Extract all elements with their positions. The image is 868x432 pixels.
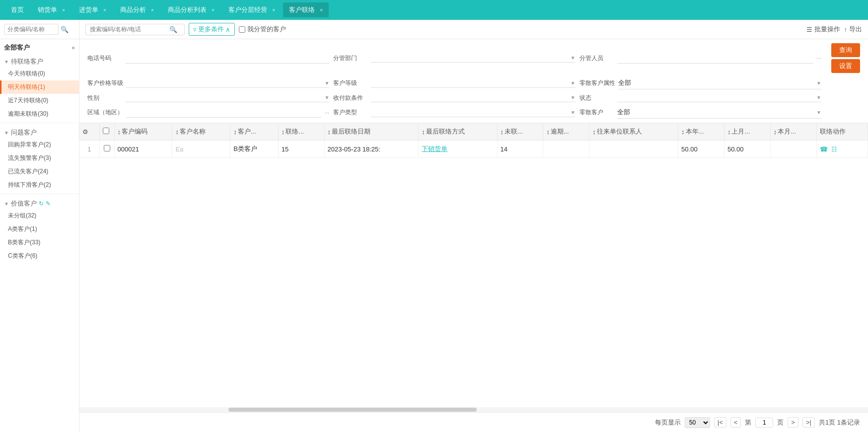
batch-ops-btn[interactable]: ☰ 批量操作 xyxy=(806,25,840,34)
refresh-icon[interactable]: ↻ xyxy=(39,200,44,207)
payment-select[interactable]: ▼ xyxy=(371,93,575,102)
sidebar-item-churned[interactable]: 已流失客户(24) xyxy=(0,165,79,178)
dept-chevron-icon: ▼ xyxy=(571,55,576,61)
customers-table: ⚙ ↕ 客户编码 ↕ xyxy=(79,123,868,158)
sidebar-item-class-c[interactable]: C类客户(6) xyxy=(0,249,79,263)
last-method-link[interactable]: 下销货单 xyxy=(422,145,447,152)
filter-payment-cell: 收付款条件 ▼ xyxy=(333,93,575,102)
close-purchase-icon[interactable]: × xyxy=(103,7,106,13)
search-input[interactable] xyxy=(90,26,169,33)
status-label: 状态 xyxy=(579,94,614,102)
sidebar-item-7day-contact[interactable]: 近7天待联络(0) xyxy=(0,94,79,107)
filter-row-4: 区域（地区） ··· 客户类型 ▼ 零散客户 全部 ▼ xyxy=(87,106,860,119)
status-chevron-icon: ▼ xyxy=(816,95,821,100)
cell-thismonth xyxy=(770,141,816,158)
filter-row-3: 性别 ▼ 收付款条件 ▼ 状态 xyxy=(87,93,860,102)
retail-attr-select[interactable]: 全部 ▼ xyxy=(618,77,821,89)
cell-unitcontact xyxy=(589,141,678,158)
my-customers-check[interactable] xyxy=(239,26,245,33)
collapse-icon[interactable]: « xyxy=(72,44,75,51)
row-checkbox[interactable] xyxy=(104,145,110,151)
close-sales-icon[interactable]: × xyxy=(62,7,65,13)
retail-customer-select[interactable]: 全部 ▼ xyxy=(617,106,821,119)
sidebar-search-icon[interactable]: 🔍 xyxy=(61,26,69,33)
first-page-btn[interactable]: |< xyxy=(714,417,726,428)
col-type-header: ↕ 客户... xyxy=(230,123,279,141)
filter-gender-cell: 性别 ▼ xyxy=(87,93,329,102)
settings-btn[interactable]: 设置 xyxy=(831,59,860,73)
more-conditions-btn[interactable]: ▿ 更多条件 ∧ xyxy=(189,23,235,36)
sidebar-item-churn-warning[interactable]: 流失预警客户(3) xyxy=(0,151,79,165)
nav-product-analysis-list[interactable]: 商品分析列表 × xyxy=(162,2,220,17)
filter-row-2: 客户价格等级 ▼ 客户等级 ▼ 零散客户属性 全部 xyxy=(87,77,860,89)
value-level-select[interactable]: ▼ xyxy=(126,79,329,88)
manager-input[interactable] xyxy=(617,53,813,64)
status-select[interactable]: ▼ xyxy=(617,93,821,102)
nav-purchase[interactable]: 进货单 × xyxy=(73,2,112,17)
close-customer-tier-icon[interactable]: × xyxy=(272,7,275,13)
pagination: 每页显示 50 100 200 |< < 第 页 > >| 共1页 1条记录 xyxy=(79,412,868,432)
table-row: 1 000021 Ea B类客户 15 2023-05-23 18:25: 下销… xyxy=(79,141,868,158)
retail-customer-chevron-icon: ▼ xyxy=(816,110,821,115)
nav-product-analysis[interactable]: 商品分析 × xyxy=(114,2,160,17)
horizontal-scrollbar[interactable] xyxy=(79,407,868,412)
current-page-input[interactable] xyxy=(755,418,773,428)
action-phone-icon[interactable]: ☎ xyxy=(820,145,828,153)
top-nav: 首页 销货单 × 进货单 × 商品分析 × 商品分析列表 × 客户分层经营 × … xyxy=(0,0,868,20)
all-customers-header[interactable]: 全部客户 « xyxy=(0,39,79,54)
sidebar-item-ungrouped[interactable]: 未分组(32) xyxy=(0,209,79,222)
export-btn[interactable]: ↑ 导出 xyxy=(844,25,863,34)
retail-customer-label: 零散客户 xyxy=(579,108,614,117)
nav-customer-contact[interactable]: 客户联络 × xyxy=(283,2,329,17)
per-page-select[interactable]: 50 100 200 xyxy=(685,417,710,428)
nav-customer-tier[interactable]: 客户分层经营 × xyxy=(222,2,281,17)
col-thisyear-header: ↕ 本年... xyxy=(678,123,724,141)
nav-sales[interactable]: 销货单 × xyxy=(32,2,71,17)
region-input[interactable] xyxy=(126,107,321,118)
search-icon[interactable]: 🔍 xyxy=(169,26,177,33)
customer-level-select[interactable]: ▼ xyxy=(371,79,575,88)
close-product-analysis-icon[interactable]: × xyxy=(151,7,154,13)
sidebar-item-repurchase-abnormal[interactable]: 回购异常客户(2) xyxy=(0,138,79,151)
settings-icon[interactable]: ⚙ xyxy=(82,128,88,136)
customer-type-select[interactable]: ▼ xyxy=(371,108,575,117)
col-lastdate-header: ↕ 最后联络日期 xyxy=(324,123,419,141)
my-customers-checkbox[interactable]: 我分管的客户 xyxy=(239,25,286,34)
sidebar-item-tomorrow-contact[interactable]: 明天待联络(1) xyxy=(0,80,79,94)
retail-attr-chevron-icon: ▼ xyxy=(816,80,821,86)
next-page-btn[interactable]: > xyxy=(788,417,798,428)
filter-action-col: 查询 设置 xyxy=(825,43,860,73)
close-customer-contact-icon[interactable]: × xyxy=(320,7,323,13)
sidebar-item-overdue-contact[interactable]: 逾期未联络(30) xyxy=(0,107,79,121)
sidebar-item-today-contact[interactable]: 今天待联络(0) xyxy=(0,67,79,80)
cell-notcontacted: 14 xyxy=(497,141,543,158)
dept-select[interactable]: ▼ xyxy=(371,54,575,63)
prev-page-btn[interactable]: < xyxy=(730,417,741,428)
close-product-analysis-list-icon[interactable]: × xyxy=(212,7,215,13)
action-more-icon[interactable]: ☷ xyxy=(831,145,837,153)
col-settings-header: ⚙ xyxy=(79,123,99,141)
select-all-checkbox[interactable] xyxy=(103,128,109,134)
sidebar-search-area: 🔍 xyxy=(0,20,79,39)
scrollbar-thumb[interactable] xyxy=(228,408,477,412)
manager-more-icon[interactable]: ··· xyxy=(816,55,821,62)
divider-2 xyxy=(0,194,79,194)
col-overdue-sort-icon: ↕ xyxy=(546,128,550,136)
payment-label: 收付款条件 xyxy=(333,94,368,102)
sidebar-item-class-a[interactable]: A类客户(1) xyxy=(0,222,79,236)
sidebar-item-class-b[interactable]: B类客户(33) xyxy=(0,236,79,249)
customer-level-label: 客户等级 xyxy=(333,79,368,87)
gender-select[interactable]: ▼ xyxy=(125,93,329,102)
edit-icon[interactable]: ✎ xyxy=(46,200,51,207)
manager-label: 分管人员 xyxy=(579,54,614,63)
per-page-label: 每页显示 xyxy=(655,418,681,427)
gender-label: 性别 xyxy=(87,94,122,102)
phone-input[interactable] xyxy=(125,53,329,64)
page-suffix: 页 xyxy=(777,418,784,427)
nav-home[interactable]: 首页 xyxy=(5,2,30,17)
query-btn[interactable]: 查询 xyxy=(831,43,860,57)
sidebar-search-input[interactable] xyxy=(4,24,59,35)
last-page-btn[interactable]: >| xyxy=(802,417,815,428)
region-more-icon[interactable]: ··· xyxy=(324,109,329,116)
sidebar-item-declining[interactable]: 持续下滑客户(2) xyxy=(0,178,79,192)
